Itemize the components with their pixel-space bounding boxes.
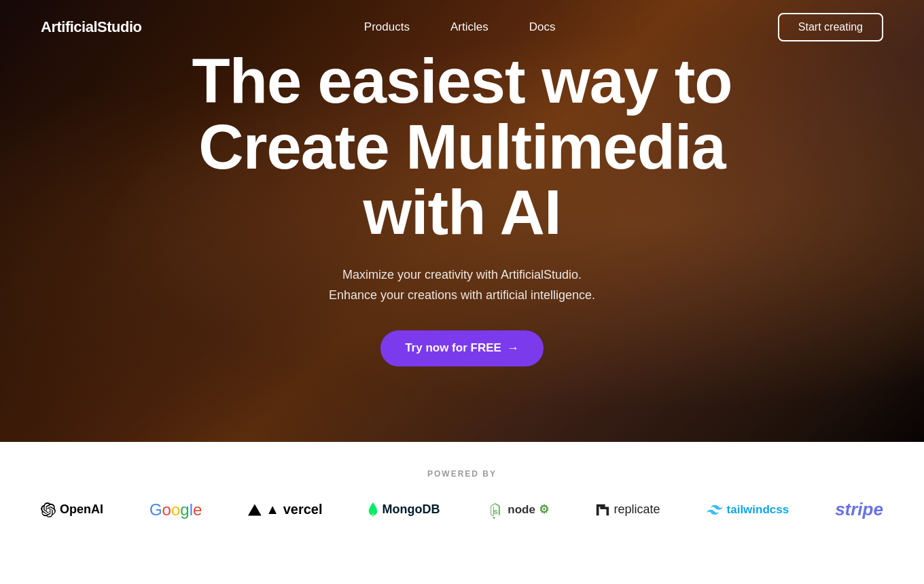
- nodejs-icon: [486, 501, 503, 519]
- stripe-label: stripe: [835, 499, 883, 520]
- mongodb-logo: MongoDB: [368, 502, 440, 517]
- logos-row: OpenAI Google ▲ vercel MongoDB: [41, 499, 883, 520]
- nav-products[interactable]: Products: [364, 20, 410, 33]
- tailwind-icon: [707, 504, 723, 515]
- arrow-icon: →: [507, 341, 519, 356]
- start-creating-button[interactable]: Start creating: [778, 13, 883, 41]
- google-label: Google: [149, 500, 202, 519]
- openai-label: OpenAI: [60, 502, 103, 517]
- replicate-label: replicate: [614, 502, 660, 517]
- vercel-label: ▲ vercel: [266, 502, 322, 517]
- hero-subtitle: Maximize your creativity with Artificial…: [192, 264, 732, 306]
- replicate-logo: replicate: [595, 502, 660, 517]
- hero-cta-button[interactable]: Try now for FREE →: [380, 330, 544, 366]
- replicate-icon: [595, 502, 610, 517]
- vercel-logo: ▲ vercel: [248, 502, 322, 517]
- nodejs-label: node ⚙: [508, 502, 548, 517]
- hero-content: The easiest way to Create Multimedia wit…: [165, 48, 760, 366]
- vercel-icon: [248, 503, 262, 517]
- tailwind-logo: tailwindcss: [707, 503, 789, 517]
- hero-title: The easiest way to Create Multimedia wit…: [192, 48, 732, 245]
- navbar: ArtificialStudio Products Articles Docs …: [0, 0, 924, 54]
- nav-docs[interactable]: Docs: [529, 20, 556, 33]
- powered-label: POWERED BY: [41, 469, 883, 479]
- mongodb-label: MongoDB: [382, 502, 440, 517]
- tailwind-label: tailwindcss: [727, 503, 789, 517]
- nav-articles[interactable]: Articles: [450, 20, 488, 33]
- brand-logo[interactable]: ArtificialStudio: [41, 18, 141, 36]
- mongodb-icon: [368, 502, 378, 517]
- nav-links: Products Articles Docs: [364, 20, 556, 34]
- openai-icon: [41, 502, 56, 517]
- stripe-logo: stripe: [835, 499, 883, 520]
- powered-by-section: POWERED BY OpenAI Google ▲ vercel: [0, 442, 924, 554]
- openai-logo: OpenAI: [41, 502, 103, 517]
- hero-section: The easiest way to Create Multimedia wit…: [0, 0, 924, 442]
- nodejs-logo: node ⚙: [486, 501, 548, 519]
- google-logo: Google: [149, 500, 202, 519]
